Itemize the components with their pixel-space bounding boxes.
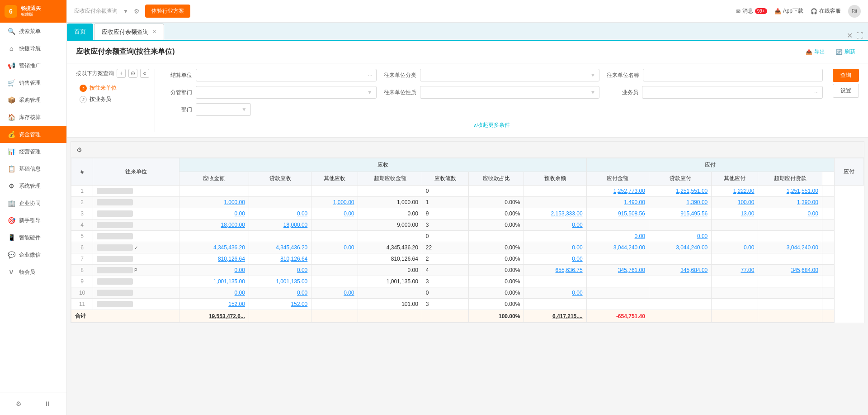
sidebar: 6 畅捷通买 标准版 🔍 搜索菜单 ⌂ 快捷导航 📢 营销推广 🛒 销售管 (0, 0, 67, 415)
summary-ar-amount[interactable]: 19,553,472,6... (179, 310, 249, 323)
tab-maximize-icon[interactable]: ⛶ (856, 32, 863, 40)
logo-icon: 6 (5, 5, 17, 18)
purchase-icon: 📦 (7, 96, 15, 104)
table-row: 2 1,000.001,000.001,000.0010.00%1,490.00… (71, 197, 864, 208)
guide-icon: 🎯 (7, 216, 15, 224)
query-nav-by-salesman[interactable]: ↺ 按业务员 (76, 94, 149, 105)
breadcrumb: 应收应付余额查询 (74, 7, 118, 15)
sidebar-item-wechat[interactable]: 💬 企业微信 (0, 246, 66, 263)
wechat-icon: 💬 (7, 251, 15, 259)
page-area: 应收应付余额查询(按往来单位) 📤 导出 🔄 刷新 (67, 41, 868, 415)
col-header-ap-other: 其他应付 (712, 172, 758, 186)
setting-btn[interactable]: 设置 (833, 84, 859, 98)
solution-button[interactable]: 体验行业方案 (145, 5, 190, 18)
summary-ap-other (712, 310, 758, 323)
field-dept-manager: 分管部门 ▼ (160, 86, 377, 99)
tab-right-actions: ✕ ⛶ (847, 31, 868, 40)
partner-name (93, 299, 179, 310)
col-header-ap-overdue: 超期应付货款 (758, 172, 822, 186)
query-settings-btn[interactable]: ⊙ (128, 69, 137, 78)
col-group-ar: 应收 (179, 158, 586, 172)
sidebar-item-sales[interactable]: 🛒 销售管理 (0, 74, 66, 91)
finance-icon: 💰 (7, 130, 15, 138)
settings-bottom-btn[interactable]: ⚙ (12, 397, 26, 410)
sidebar-item-guide[interactable]: 🎯 新手引导 (0, 212, 66, 229)
tab-close-window-icon[interactable]: ✕ (847, 31, 853, 40)
export-icon: 📤 (806, 49, 812, 55)
col-header-ar-ratio: 应收款占比 (469, 172, 524, 186)
sidebar-item-vip[interactable]: V 畅会员 (0, 263, 66, 281)
unit-name-input[interactable] (643, 69, 823, 81)
table-settings-icon[interactable]: ⚙ (76, 146, 82, 153)
summary-label: 合计 (71, 310, 179, 323)
field-unit-name: 往来单位名称 (607, 69, 823, 81)
col-header-ap-amount: 应付金额 (586, 172, 649, 186)
inventory-icon: 🏠 (7, 113, 15, 121)
breadcrumb-dropdown-icon[interactable]: ▼ (123, 8, 128, 14)
table-row: 4 18,000.0018,000.009,000.0030.00%0.00 (71, 219, 864, 231)
summary-ap-col (822, 310, 834, 323)
user-avatar[interactable]: Rit (848, 5, 861, 18)
page-header: 应收应付余额查询(按往来单位) 📤 导出 🔄 刷新 (67, 41, 868, 63)
sidebar-item-smart-hw[interactable]: 📱 智能硬件 (0, 229, 66, 246)
vip-icon: V (7, 268, 15, 276)
col-group-ap: 应付 (586, 158, 834, 172)
app-name: 畅捷通买 (21, 5, 41, 12)
query-btn[interactable]: 查询 (833, 69, 859, 82)
table-row: 5 00.000.00 (71, 231, 864, 242)
summary-ar-count (422, 310, 468, 323)
partner-name (93, 208, 179, 219)
col-header-ap-loan: 贷款应付 (649, 172, 711, 186)
partner-name (93, 276, 179, 287)
sidebar-item-inventory[interactable]: 🏠 库存核算 (0, 109, 66, 126)
sidebar-item-enterprise[interactable]: 🏢 企业协同 (0, 195, 66, 212)
table-row: 1 01,252,773.001,251,551.001,222.001,251… (71, 186, 864, 197)
message-badge: 99+ (755, 8, 767, 14)
message-btn[interactable]: ✉ 消息 99+ (736, 7, 767, 15)
app-download-btn[interactable]: 📥 App下载 (774, 7, 803, 15)
sidebar-item-system[interactable]: ⚙ 系统管理 (0, 177, 66, 195)
sidebar-item-finance[interactable]: 💰 资金管理 (0, 126, 66, 143)
unit-category-input[interactable]: ▼ (420, 69, 600, 81)
sidebar-item-operations[interactable]: 📊 经营管理 (0, 143, 66, 160)
app-download-icon: 📥 (774, 8, 781, 14)
refresh-btn[interactable]: 🔄 刷新 (832, 46, 859, 57)
settings-icon[interactable]: ⚙ (134, 8, 140, 15)
settlement-unit-input[interactable]: ··· (196, 69, 377, 81)
operations-icon: 📊 (7, 148, 15, 156)
collapse-bar[interactable]: ∧ 收起更多条件 (160, 119, 823, 132)
sales-icon: 🛒 (7, 79, 15, 87)
quick-nav-icon: ⌂ (7, 44, 15, 52)
collapse-sidebar-btn[interactable]: ⏸ (41, 397, 54, 410)
query-collapse-btn[interactable]: « (140, 69, 149, 78)
summary-ar-prepay[interactable]: 6,417,215.... (524, 310, 586, 323)
dept-manager-input[interactable]: ▼ (196, 86, 377, 99)
col-header-ap-col: 应付 (834, 158, 863, 186)
sidebar-item-marketing[interactable]: 📢 营销推广 (0, 57, 66, 74)
sidebar-item-search-menu[interactable]: 🔍 搜索菜单 (0, 23, 66, 40)
dept-input[interactable]: ▼ (196, 103, 251, 116)
sidebar-bottom: ⚙ ⏸ (0, 392, 66, 415)
online-service-btn[interactable]: 🎧 在线客服 (811, 7, 841, 15)
tab-home[interactable]: 首页 (67, 24, 93, 40)
field-unit-nature: 往来单位性质 ▼ (384, 86, 600, 99)
export-btn[interactable]: 📤 导出 (802, 46, 829, 57)
query-nav-by-unit[interactable]: ↺ 按往来单位 (76, 82, 149, 94)
smart-hw-icon: 📱 (7, 234, 15, 242)
partner-name: ✓ (93, 242, 179, 253)
tab-close-icon[interactable]: ✕ (152, 29, 156, 35)
search-menu-icon: 🔍 (7, 27, 15, 35)
summary-ar-ratio: 100.00% (469, 310, 524, 323)
col-header-ar-loan: 贷款应收 (249, 172, 311, 186)
tab-ar-ap-query[interactable]: 应收应付余额查询 ✕ (94, 24, 164, 40)
query-add-btn[interactable]: + (117, 69, 126, 78)
salesman-input[interactable]: ··· (642, 86, 823, 99)
query-header: 按以下方案查询 + ⊙ « (76, 69, 149, 78)
data-table-container: ⚙ # 往来单位 应收 应付 应付 (71, 141, 864, 323)
unit-nature-input[interactable]: ▼ (420, 86, 600, 99)
sidebar-item-quick-nav[interactable]: ⌂ 快捷导航 (0, 40, 66, 57)
partner-name (93, 197, 179, 208)
partner-name: P (93, 265, 179, 276)
sidebar-item-basic-info[interactable]: 📋 基础信息 (0, 160, 66, 177)
sidebar-item-purchase[interactable]: 📦 采购管理 (0, 91, 66, 109)
